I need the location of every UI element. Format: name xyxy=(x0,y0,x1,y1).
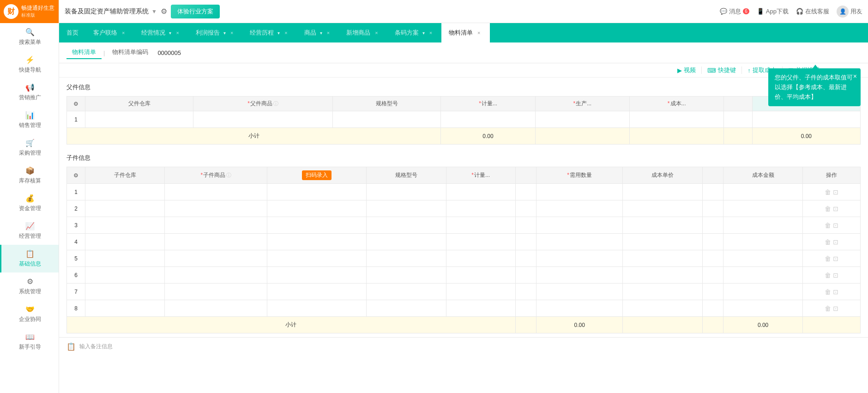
child-row-1-product[interactable] xyxy=(165,184,267,200)
child-row-7-copy-icon[interactable]: ⊡ xyxy=(833,288,838,296)
child-row-5-unit[interactable] xyxy=(446,250,515,267)
parent-row-1-warehouse[interactable] xyxy=(85,111,193,128)
child-row-8-delete-icon[interactable]: 🗑 xyxy=(825,305,831,312)
sidebar-item-9[interactable]: ⚙系统管理 xyxy=(0,272,59,300)
child-row-3-copy-icon[interactable]: ⊡ xyxy=(833,222,838,229)
child-row-1-unit-price[interactable] xyxy=(623,184,702,200)
child-row-6-copy-icon[interactable]: ⊡ xyxy=(833,272,838,279)
nav-tab-close-5[interactable]: × xyxy=(327,30,330,36)
child-row-8-copy-icon[interactable]: ⊡ xyxy=(833,305,838,312)
parent-row-1-product[interactable] xyxy=(193,111,333,128)
child-row-6-unit-price[interactable] xyxy=(623,267,702,284)
parent-col-settings[interactable]: ⚙ xyxy=(67,97,85,111)
child-row-8-unit-price[interactable] xyxy=(623,300,702,317)
child-row-6-product[interactable] xyxy=(165,267,267,284)
child-row-5-product[interactable] xyxy=(165,250,267,267)
child-col-scan[interactable]: 扫码录入 xyxy=(267,167,367,184)
child-col-settings[interactable]: ⚙ xyxy=(67,167,85,184)
sidebar-item-7[interactable]: 📈经营管理 xyxy=(0,217,59,245)
nav-tab-close-3[interactable]: × xyxy=(230,30,233,36)
sidebar-item-8[interactable]: 📋基础信息 xyxy=(0,245,59,272)
child-row-3-qty[interactable] xyxy=(536,217,622,234)
child-row-3-spec[interactable] xyxy=(367,217,446,234)
child-row-4-product[interactable] xyxy=(165,234,267,250)
sub-tab-bom-code[interactable]: 物料清单编码 xyxy=(107,46,154,59)
child-row-8-warehouse[interactable] xyxy=(85,300,165,317)
child-row-2-unit[interactable] xyxy=(446,200,515,217)
child-row-7-unit-price[interactable] xyxy=(623,284,702,300)
child-row-4-warehouse[interactable] xyxy=(85,234,165,250)
child-row-2-unit-price[interactable] xyxy=(623,200,702,217)
message-btn[interactable]: 💬 消息 6 xyxy=(720,7,749,16)
child-row-8-spec[interactable] xyxy=(367,300,446,317)
child-row-3-warehouse[interactable] xyxy=(85,217,165,234)
nav-tab-1[interactable]: 客户联络 × xyxy=(86,23,134,42)
child-row-1-warehouse[interactable] xyxy=(85,184,165,200)
child-row-1-copy-icon[interactable]: ⊡ xyxy=(833,188,838,196)
parent-row-1-production[interactable] xyxy=(535,111,629,128)
child-row-7-product[interactable] xyxy=(165,284,267,300)
child-row-4-qty[interactable] xyxy=(536,234,622,250)
child-row-8-unit[interactable] xyxy=(446,300,515,317)
sidebar-item-3[interactable]: 📊销售管理 xyxy=(0,106,59,134)
system-dropdown-icon[interactable]: ▼ xyxy=(151,8,157,15)
sidebar-item-5[interactable]: 📦库存核算 xyxy=(0,162,59,189)
nav-tab-0[interactable]: 首页 xyxy=(59,23,86,42)
service-btn[interactable]: 🎧 在线客服 xyxy=(796,7,829,16)
child-row-7-unit[interactable] xyxy=(446,284,515,300)
sidebar-item-0[interactable]: 🔍搜索菜单 xyxy=(0,23,59,51)
tooltip-close-btn[interactable]: × xyxy=(853,71,857,81)
parent-row-1-unit[interactable] xyxy=(441,111,535,128)
trial-button[interactable]: 体验行业方案 xyxy=(171,5,220,18)
child-row-2-delete-icon[interactable]: 🗑 xyxy=(825,205,831,212)
nav-tab-close-1[interactable]: × xyxy=(122,30,125,36)
app-download-btn[interactable]: 📱 App下载 xyxy=(757,7,789,16)
nav-tab-7[interactable]: 条码方案 ▾ × xyxy=(387,23,441,42)
nav-tab-close-2[interactable]: × xyxy=(176,30,179,36)
nav-tab-close-8[interactable]: × xyxy=(477,30,480,36)
child-row-7-qty[interactable] xyxy=(536,284,622,300)
child-row-3-unit[interactable] xyxy=(446,217,515,234)
child-row-2-copy-icon[interactable]: ⊡ xyxy=(833,205,838,212)
nav-tab-5[interactable]: 商品 ▾ × xyxy=(297,23,339,42)
child-row-2-qty[interactable] xyxy=(536,200,622,217)
child-row-4-unit[interactable] xyxy=(446,234,515,250)
nav-tab-4[interactable]: 经营历程 ▾ × xyxy=(242,23,296,42)
child-row-7-delete-icon[interactable]: 🗑 xyxy=(825,288,831,296)
child-row-8-product[interactable] xyxy=(165,300,267,317)
sidebar-item-11[interactable]: 📖新手引导 xyxy=(0,328,59,356)
child-row-6-spec[interactable] xyxy=(367,267,446,284)
sidebar-item-2[interactable]: 📢营销推广 xyxy=(0,79,59,106)
child-row-3-delete-icon[interactable]: 🗑 xyxy=(825,222,831,229)
bottom-hint[interactable]: 输入备注信息 xyxy=(79,343,113,351)
nav-tab-6[interactable]: 新增商品 × xyxy=(339,23,387,42)
sidebar-item-4[interactable]: 🛒采购管理 xyxy=(0,134,59,162)
child-row-3-product[interactable] xyxy=(165,217,267,234)
child-row-4-spec[interactable] xyxy=(367,234,446,250)
nav-tab-close-6[interactable]: × xyxy=(375,30,378,36)
child-row-5-spec[interactable] xyxy=(367,250,446,267)
nav-tab-close-7[interactable]: × xyxy=(429,30,432,36)
settings-icon[interactable]: ⚙ xyxy=(161,7,167,16)
child-row-6-warehouse[interactable] xyxy=(85,267,165,284)
child-row-2-spec[interactable] xyxy=(367,200,446,217)
child-row-4-delete-icon[interactable]: 🗑 xyxy=(825,238,831,246)
nav-tab-8[interactable]: 物料清单 × xyxy=(441,23,489,42)
nav-tab-3[interactable]: 利润报告 ▾ × xyxy=(188,23,242,42)
child-row-6-delete-icon[interactable]: 🗑 xyxy=(825,272,831,279)
parent-row-1-spec[interactable] xyxy=(332,111,440,128)
child-row-5-unit-price[interactable] xyxy=(623,250,702,267)
shortcut-btn[interactable]: ⌨ 快捷键 xyxy=(707,66,736,74)
child-row-7-spec[interactable] xyxy=(367,284,446,300)
sidebar-item-1[interactable]: ⚡快捷导航 xyxy=(0,51,59,79)
child-row-5-qty[interactable] xyxy=(536,250,622,267)
child-row-5-delete-icon[interactable]: 🗑 xyxy=(825,255,831,262)
sub-tab-bom[interactable]: 物料清单 xyxy=(66,46,102,59)
child-row-1-qty[interactable] xyxy=(536,184,622,200)
sidebar-item-10[interactable]: 🤝企业协同 xyxy=(0,300,59,328)
video-btn[interactable]: ▶ 视频 xyxy=(677,66,696,74)
child-row-3-unit-price[interactable] xyxy=(623,217,702,234)
child-row-7-warehouse[interactable] xyxy=(85,284,165,300)
child-row-1-delete-icon[interactable]: 🗑 xyxy=(825,188,831,196)
child-row-5-copy-icon[interactable]: ⊡ xyxy=(833,255,838,262)
